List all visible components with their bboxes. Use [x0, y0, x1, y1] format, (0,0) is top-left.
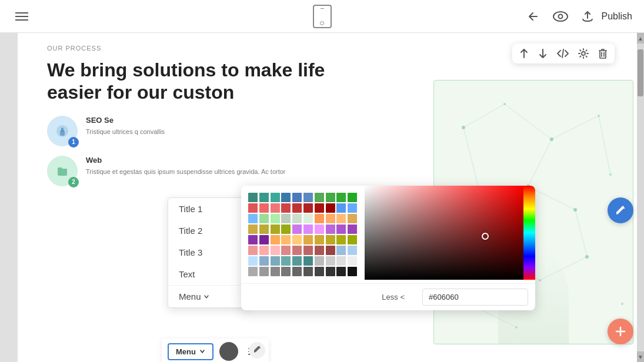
swatch[interactable]	[248, 193, 258, 202]
swatch[interactable]	[348, 246, 357, 255]
swatch[interactable]	[259, 224, 269, 234]
code-button[interactable]	[557, 49, 569, 58]
swatch[interactable]	[326, 193, 335, 202]
swatch[interactable]	[259, 246, 269, 255]
swatch[interactable]	[303, 256, 313, 266]
swatch[interactable]	[259, 235, 269, 244]
swatch[interactable]	[292, 224, 302, 234]
scroll-thumb[interactable]	[638, 49, 643, 96]
dropdown-menu[interactable]: Menu	[168, 285, 249, 307]
gradient-picker[interactable]	[365, 186, 523, 280]
device-toggle[interactable]	[313, 5, 332, 28]
move-down-button[interactable]	[538, 48, 548, 59]
swatch[interactable]	[336, 224, 346, 234]
swatch[interactable]	[248, 214, 258, 223]
swatch[interactable]	[292, 246, 302, 255]
swatch[interactable]	[348, 193, 357, 202]
swatch[interactable]	[271, 203, 280, 213]
scroll-track[interactable]	[637, 43, 644, 351]
swatch[interactable]	[271, 246, 280, 255]
swatch[interactable]	[326, 235, 335, 244]
dropdown-title2[interactable]: Title 2	[168, 220, 249, 242]
preview-button[interactable]	[552, 11, 569, 22]
scroll-up-arrow[interactable]: ▲	[637, 33, 644, 43]
swatch[interactable]	[315, 256, 324, 266]
swatch[interactable]	[336, 203, 346, 213]
swatch[interactable]	[248, 246, 258, 255]
dropdown-title3[interactable]: Title 3	[168, 242, 249, 263]
hue-slider[interactable]	[523, 186, 535, 280]
swatch[interactable]	[271, 224, 280, 234]
swatch[interactable]	[315, 203, 324, 213]
gradient-cursor[interactable]	[482, 233, 489, 240]
swatch[interactable]	[348, 224, 357, 234]
swatch[interactable]	[281, 193, 291, 202]
fab-edit-button[interactable]	[608, 197, 633, 223]
swatch[interactable]	[315, 267, 324, 276]
swatch[interactable]	[248, 235, 258, 244]
type-dropdown[interactable]: Title 1 Title 2 Title 3 Text Menu	[168, 197, 250, 308]
scroll-down-arrow[interactable]: ▼	[637, 351, 644, 362]
swatch[interactable]	[259, 203, 269, 213]
fab-add-button[interactable]	[608, 319, 633, 344]
swatch[interactable]	[259, 214, 269, 223]
swatch[interactable]	[292, 203, 302, 213]
swatch[interactable]	[292, 193, 302, 202]
swatch[interactable]	[281, 267, 291, 276]
dropdown-text[interactable]: Text	[168, 263, 249, 285]
swatch[interactable]	[259, 267, 269, 276]
swatch[interactable]	[315, 193, 324, 202]
swatch[interactable]	[292, 214, 302, 223]
swatch[interactable]	[292, 235, 302, 244]
dropdown-title1[interactable]: Title 1	[168, 198, 249, 220]
swatch[interactable]	[336, 235, 346, 244]
swatch[interactable]	[271, 235, 280, 244]
swatch[interactable]	[259, 193, 269, 202]
swatch[interactable]	[336, 256, 346, 266]
move-up-button[interactable]	[519, 48, 529, 59]
swatch[interactable]	[315, 246, 324, 255]
publish-button[interactable]: Publish	[580, 11, 632, 22]
swatch[interactable]	[336, 246, 346, 255]
swatch[interactable]	[281, 256, 291, 266]
swatch[interactable]	[326, 203, 335, 213]
swatch[interactable]	[326, 256, 335, 266]
swatch[interactable]	[281, 235, 291, 244]
swatch[interactable]	[315, 224, 324, 234]
swatch[interactable]	[281, 214, 291, 223]
less-button[interactable]: Less <	[248, 293, 416, 301]
swatch[interactable]	[248, 256, 258, 266]
swatch[interactable]	[292, 256, 302, 266]
menu-dropdown-button[interactable]: Menu	[168, 343, 213, 360]
swatch[interactable]	[271, 193, 280, 202]
swatch[interactable]	[303, 235, 313, 244]
swatch[interactable]	[303, 224, 313, 234]
swatch[interactable]	[326, 224, 335, 234]
swatch[interactable]	[281, 246, 291, 255]
swatch[interactable]	[292, 267, 302, 276]
swatch[interactable]	[315, 235, 324, 244]
swatch[interactable]	[248, 267, 258, 276]
swatch[interactable]	[271, 256, 280, 266]
back-button[interactable]	[525, 9, 540, 24]
swatch[interactable]	[326, 267, 335, 276]
settings-button[interactable]	[578, 48, 589, 59]
swatch[interactable]	[303, 203, 313, 213]
swatch[interactable]	[248, 224, 258, 234]
swatch[interactable]	[303, 193, 313, 202]
delete-button[interactable]	[598, 48, 608, 59]
swatch[interactable]	[281, 203, 291, 213]
swatch[interactable]	[303, 267, 313, 276]
swatch[interactable]	[336, 193, 346, 202]
swatch[interactable]	[348, 267, 357, 276]
swatch[interactable]	[348, 235, 357, 244]
hamburger-menu[interactable]	[12, 9, 32, 24]
swatch[interactable]	[348, 203, 357, 213]
swatch[interactable]	[281, 224, 291, 234]
swatch[interactable]	[303, 246, 313, 255]
swatch[interactable]	[326, 246, 335, 255]
swatch[interactable]	[271, 267, 280, 276]
swatch[interactable]	[259, 256, 269, 266]
swatch[interactable]	[303, 214, 313, 223]
swatch[interactable]	[271, 214, 280, 223]
